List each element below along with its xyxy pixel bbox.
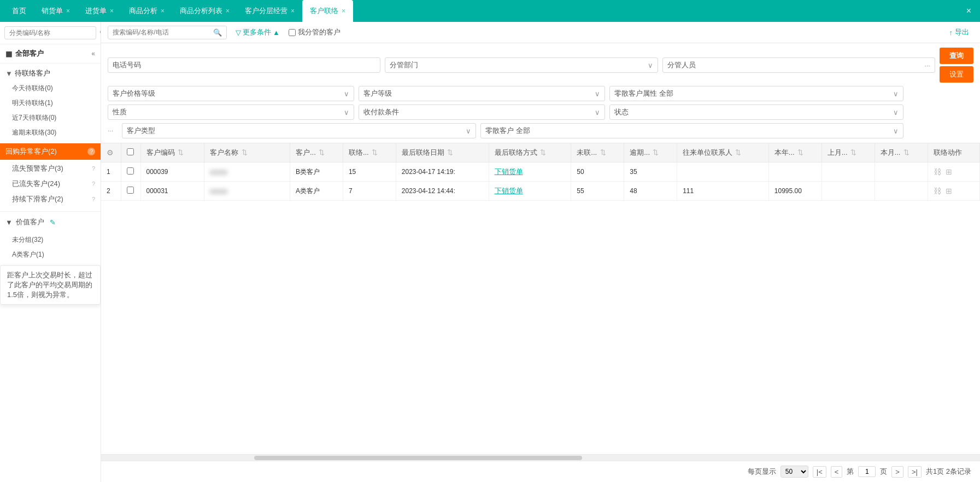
- filter-phone[interactable]: 电话号码: [108, 57, 380, 73]
- filter-department[interactable]: 分管部门 ∨: [385, 57, 658, 73]
- nav-tab-analysis-close[interactable]: ×: [161, 7, 165, 15]
- nav-tab-customer-mgmt[interactable]: 客户分层经营 ×: [237, 0, 302, 22]
- export-button[interactable]: ↑ 导出: [945, 25, 974, 39]
- th-checkbox: [121, 143, 140, 162]
- row2-checkbox[interactable]: [127, 187, 134, 194]
- sidebar-item-7days[interactable]: 近7天待联络(0): [0, 111, 101, 125]
- sidebar-item-unclassified[interactable]: 未分组(32): [0, 233, 101, 247]
- filter-nature[interactable]: 性质 ∨: [108, 104, 354, 120]
- sidebar-item-overdue[interactable]: 逾期未联络(30): [0, 125, 101, 140]
- nav-tab-analysis-list[interactable]: 商品分析列表 ×: [172, 0, 237, 22]
- th-this-month[interactable]: 本月... ⇅: [875, 143, 928, 162]
- action-link-icon-1[interactable]: ⛓: [934, 167, 941, 176]
- search-input[interactable]: [113, 28, 211, 36]
- sidebar-item-today[interactable]: 今天待联络(0): [0, 81, 101, 96]
- last-page-button[interactable]: >|: [908, 466, 922, 478]
- sidebar-item-churn-warning[interactable]: 流失预警客户(3) ?: [0, 161, 101, 176]
- close-all-button[interactable]: ×: [962, 6, 976, 16]
- td-last-date-2: 2023-04-12 14:44:: [396, 182, 489, 201]
- filter-price-level[interactable]: 客户价格等级 ∨: [108, 86, 354, 101]
- horizontal-scrollbar[interactable]: [101, 454, 980, 461]
- my-customers-checkbox[interactable]: [289, 29, 296, 36]
- nav-tab-customer-contact-close[interactable]: ×: [342, 7, 345, 15]
- nav-tab-purchase[interactable]: 进货单 ×: [78, 0, 121, 22]
- action-grid-icon-2[interactable]: ⊞: [946, 187, 952, 195]
- sidebar-item-a-class[interactable]: A类客户(1): [0, 247, 101, 262]
- filter-retail-attr[interactable]: 零散客户属性 全部 ∨: [609, 86, 903, 101]
- th-code[interactable]: 客户编码 ⇅: [140, 143, 204, 162]
- sidebar-item-tomorrow[interactable]: 明天待联络(1): [0, 96, 101, 111]
- settings-button[interactable]: 设置: [940, 66, 973, 83]
- td-last-method-1: 下销货单: [489, 162, 571, 182]
- th-gear[interactable]: ⚙: [101, 143, 121, 162]
- query-button[interactable]: 查询: [940, 48, 973, 64]
- churn-warning-label: 流失预警客户(3): [12, 164, 63, 173]
- th-uncontacted[interactable]: 未联... ⇅: [571, 143, 624, 162]
- filter-customer-type[interactable]: 客户类型 ∨: [122, 123, 476, 138]
- filter-status[interactable]: 状态 ∨: [609, 104, 903, 120]
- filter-payment[interactable]: 收付款条件 ∨: [359, 104, 605, 120]
- filter-customer-level[interactable]: 客户等级 ∨: [359, 86, 605, 101]
- td-name-2: ■■■■: [204, 182, 290, 201]
- filter-department-arrow: ∨: [648, 61, 653, 69]
- nav-tab-customer-mgmt-close[interactable]: ×: [291, 7, 295, 15]
- sidebar-search-container: 🔍: [0, 22, 101, 44]
- filter-manager-dots[interactable]: ···: [924, 61, 930, 69]
- action-grid-icon-1[interactable]: ⊞: [946, 167, 952, 176]
- th-overdue[interactable]: 逾期... ⇅: [624, 143, 677, 162]
- sidebar-value-group-header[interactable]: ▼ 价值客户 ✎: [5, 215, 95, 229]
- sidebar-item-churned[interactable]: 已流失客户(24) ?: [0, 176, 101, 191]
- sidebar-search-input[interactable]: [4, 26, 96, 39]
- th-last-contact-method[interactable]: 最后联络方式 ⇅: [489, 143, 571, 162]
- nav-tab-sales[interactable]: 销货单 ×: [34, 0, 78, 22]
- per-page-select[interactable]: 50 20 100: [781, 466, 808, 478]
- sidebar-collapse-button[interactable]: «: [91, 50, 95, 57]
- th-type[interactable]: 客户... ⇅: [290, 143, 343, 162]
- filter-customer-level-label: 客户等级: [363, 89, 392, 98]
- row1-checkbox[interactable]: [127, 167, 134, 175]
- more-conditions-button[interactable]: ▽ 更多条件 ▲: [231, 25, 284, 39]
- sidebar-item-repurchase-anomaly[interactable]: 回购异常客户(2) ?: [0, 143, 101, 160]
- next-page-button[interactable]: >: [891, 466, 903, 478]
- toolbar: 🔍 ▽ 更多条件 ▲ 我分管的客户 ↑ 导出: [101, 22, 980, 43]
- nav-tab-customer-contact[interactable]: 客户联络 ×: [302, 0, 353, 22]
- select-all-checkbox[interactable]: [127, 148, 134, 155]
- filter-more-button[interactable]: ···: [108, 127, 113, 135]
- th-last-contact-date[interactable]: 最后联络日期 ⇅: [396, 143, 489, 162]
- tooltip-box: 距客户上次交易时长，超过了此客户的平均交易周期的1.5倍，则视为异常。: [0, 265, 101, 305]
- td-no-1: 1: [101, 162, 121, 182]
- action-link-icon-2[interactable]: ⛓: [934, 187, 941, 195]
- td-action-1: ⛓ ⊞: [928, 162, 980, 182]
- nav-tab-analysis[interactable]: 商品分析 ×: [121, 0, 172, 22]
- th-last-month[interactable]: 上月... ⇅: [821, 143, 875, 162]
- nav-tab-sales-close[interactable]: ×: [66, 7, 70, 15]
- nav-tab-purchase-close[interactable]: ×: [110, 7, 114, 15]
- prev-page-button[interactable]: <: [831, 466, 843, 478]
- th-this-year[interactable]: 本年... ⇅: [768, 143, 821, 162]
- td-last-month-2: [821, 182, 875, 201]
- sort-icon-last-month: ⇅: [850, 148, 856, 156]
- sidebar-group-pending-title[interactable]: ▼ 待联络客户: [0, 66, 101, 81]
- customer-name-1: ■■■■: [210, 168, 227, 176]
- th-action-label: 联络动作: [934, 148, 962, 156]
- td-uncontacted-1: 50: [571, 162, 624, 182]
- th-name[interactable]: 客户名称 ⇅: [204, 143, 290, 162]
- gear-icon[interactable]: ⚙: [107, 148, 114, 157]
- th-contact-person[interactable]: 往来单位联系人 ⇅: [677, 143, 769, 162]
- search-icon[interactable]: 🔍: [213, 28, 222, 37]
- scrollbar-thumb[interactable]: [254, 456, 582, 460]
- th-contacts[interactable]: 联络... ⇅: [343, 143, 396, 162]
- page-number-input[interactable]: [858, 466, 876, 477]
- last-method-link-2[interactable]: 下销货单: [495, 187, 523, 195]
- td-this-month-2: [875, 182, 928, 201]
- th-this-month-label: 本月...: [881, 148, 901, 156]
- filter-retail-customer[interactable]: 零散客户 全部 ∨: [480, 123, 903, 138]
- first-page-button[interactable]: |<: [813, 466, 826, 478]
- sidebar-item-declining[interactable]: 持续下滑客户(2) ?: [0, 191, 101, 207]
- last-method-link-1[interactable]: 下销货单: [495, 167, 523, 176]
- nav-tab-analysis-list-close[interactable]: ×: [226, 7, 230, 15]
- sidebar-group-pending: ▼ 待联络客户 今天待联络(0) 明天待联络(1) 近7天待联络(0) 逾期未联…: [0, 63, 101, 142]
- nav-tab-home[interactable]: 首页: [4, 0, 34, 22]
- edit-icon[interactable]: ✎: [50, 218, 56, 227]
- filter-manager[interactable]: 分管人员 ···: [662, 57, 935, 73]
